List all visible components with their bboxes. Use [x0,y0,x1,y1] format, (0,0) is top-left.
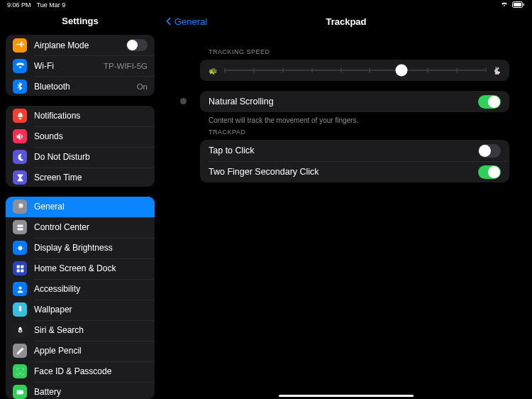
sidebar-item-notifications[interactable]: Notifications [6,106,155,126]
back-label: General [174,16,207,27]
two-finger-secondary-click-label: Two Finger Secondary Click [209,167,478,177]
tap-to-click-label: Tap to Click [209,146,478,155]
faceid-passcode-icon [13,364,27,378]
sidebar-item-label: Control Center [34,222,148,232]
bluetooth-icon [13,80,27,94]
sidebar-item-label: Accessibility [34,284,148,294]
do-not-disturb-icon [13,150,27,164]
home-indicator[interactable] [279,395,414,397]
sidebar-item-label: General [34,202,148,212]
trackpad-options-panel: Tap to Click Two Finger Secondary Click [200,140,509,182]
chevron-left-icon [165,16,173,26]
airplane-mode-toggle[interactable] [126,39,148,51]
control-center-icon [13,220,27,234]
natural-scrolling-panel: Natural Scrolling [200,91,509,112]
airplane-mode-icon [13,38,27,53]
two-finger-secondary-click-row[interactable]: Two Finger Secondary Click [200,161,509,182]
sidebar-group-alerts: NotificationsSoundsDo Not DisturbScreen … [6,106,155,187]
sidebar-title: Settings [0,10,160,35]
sidebar-item-detail: TP-WIFI-5G [104,62,148,70]
scroll-indicator-dot [180,98,187,104]
screen-time-icon [13,170,27,185]
sidebar-item-apple-pencil[interactable]: Apple Pencil [6,341,155,361]
sidebar-item-home-screen-dock[interactable]: Home Screen & Dock [6,258,155,279]
wifi-status-icon [500,1,509,9]
sidebar-item-battery[interactable]: Battery [6,382,155,399]
tortoise-icon: 🐢 [209,67,217,75]
sidebar-item-label: Home Screen & Dock [34,263,148,273]
sidebar-item-label: Apple Pencil [34,346,148,356]
sidebar-item-airplane-mode[interactable]: Airplane Mode [6,35,155,55]
sidebar-item-wallpaper[interactable]: Wallpaper [6,300,155,320]
status-time: 9:06 PM [7,1,31,9]
sidebar-item-label: Wi-Fi [34,61,96,71]
tap-to-click-row[interactable]: Tap to Click [200,140,509,161]
apple-pencil-icon [13,344,27,358]
accessibility-icon [13,282,27,296]
settings-sidebar: Settings Airplane ModeWi-FiTP-WIFI-5GBlu… [0,10,160,399]
sidebar-item-label: Sounds [34,131,148,141]
status-bar: 9:06 PM Tue Mar 9 [0,0,532,10]
wifi-icon [13,59,27,73]
detail-nav: General Trackpad [160,10,532,33]
sidebar-item-label: Wallpaper [34,305,148,315]
section-trackpad: TRACKPAD [209,129,509,136]
sidebar-item-label: Battery [34,387,148,397]
sidebar-item-detail: On [137,82,148,91]
sounds-icon [13,129,27,143]
sidebar-item-label: Notifications [34,111,148,121]
sidebar-item-label: Siri & Search [34,325,148,335]
back-button[interactable]: General [165,16,207,27]
wallpaper-icon [13,302,27,317]
sidebar-item-bluetooth[interactable]: BluetoothOn [6,76,155,96]
siri-search-icon [13,323,27,337]
section-tracking-speed: TRACKING SPEED [209,48,509,55]
display-brightness-icon [13,241,27,255]
notifications-icon [13,109,27,123]
battery-icon [13,385,27,399]
sidebar-group-general: GeneralControl CenterDisplay & Brightnes… [6,197,155,399]
general-icon [13,200,27,214]
sidebar-item-label: Airplane Mode [34,40,119,50]
svg-rect-2 [523,4,525,6]
detail-pane: General Trackpad TRACKING SPEED 🐢 🐇 Natu… [160,10,532,399]
sidebar-item-general[interactable]: General [6,197,155,217]
natural-scrolling-label: Natural Scrolling [209,97,478,106]
sidebar-item-accessibility[interactable]: Accessibility [6,279,155,300]
sidebar-item-siri-search[interactable]: Siri & Search [6,320,155,341]
sidebar-item-wifi[interactable]: Wi-FiTP-WIFI-5G [6,55,155,76]
sidebar-item-screen-time[interactable]: Screen Time [6,168,155,187]
natural-scrolling-switch[interactable] [478,95,501,109]
status-date: Tue Mar 9 [37,1,66,9]
tracking-speed-slider[interactable] [224,70,485,71]
sidebar-item-display-brightness[interactable]: Display & Brightness [6,238,155,258]
sidebar-item-label: Display & Brightness [34,243,148,253]
sidebar-item-label: Bluetooth [34,82,130,92]
sidebar-item-do-not-disturb[interactable]: Do Not Disturb [6,147,155,168]
sidebar-item-control-center[interactable]: Control Center [6,217,155,238]
tap-to-click-switch[interactable] [478,144,501,158]
two-finger-secondary-click-switch[interactable] [478,165,501,179]
svg-rect-1 [514,3,521,6]
home-screen-dock-icon [13,261,27,275]
sidebar-group-connectivity: Airplane ModeWi-FiTP-WIFI-5GBluetoothOn [6,35,155,96]
sidebar-item-faceid-passcode[interactable]: Face ID & Passcode [6,361,155,382]
natural-scrolling-note: Content will track the movement of your … [209,116,509,124]
natural-scrolling-row[interactable]: Natural Scrolling [200,91,509,112]
battery-status-icon [512,1,525,9]
hare-icon: 🐇 [492,67,501,75]
sidebar-item-label: Screen Time [34,173,148,182]
sidebar-item-sounds[interactable]: Sounds [6,126,155,147]
sidebar-item-label: Do Not Disturb [34,152,148,162]
sidebar-item-label: Face ID & Passcode [34,366,148,376]
tracking-speed-slider-panel: 🐢 🐇 [200,60,509,81]
tracking-speed-thumb[interactable] [396,65,408,77]
detail-title: Trackpad [326,16,366,27]
